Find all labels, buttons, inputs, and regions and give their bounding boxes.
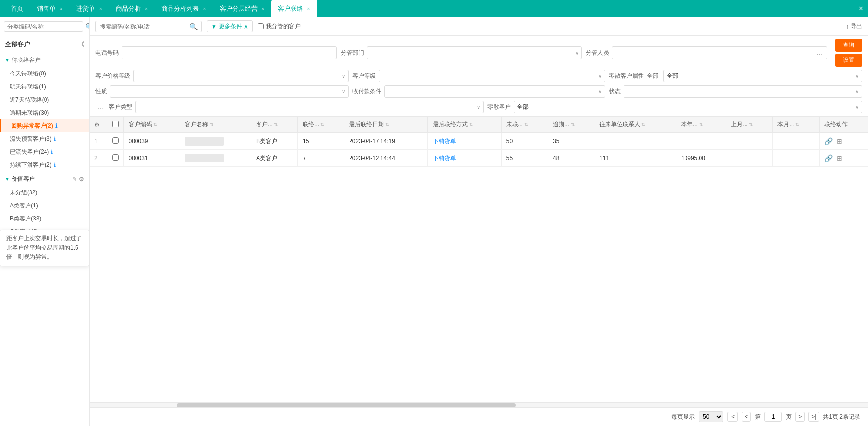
- sidebar-lost-pre[interactable]: 流失预警客户(3) ℹ: [0, 132, 89, 146]
- person-dots-icon[interactable]: ...: [814, 49, 824, 57]
- close-all-tabs-button[interactable]: ×: [859, 4, 863, 13]
- action-grid-icon[interactable]: ⊞: [837, 137, 842, 145]
- nav-analysis-list[interactable]: 商品分析列表 ×: [154, 0, 213, 17]
- price-level-select[interactable]: ∨: [133, 70, 349, 82]
- close-analysis-list-icon[interactable]: ×: [203, 0, 206, 17]
- main-search-icon[interactable]: 🔍: [189, 23, 198, 30]
- repurchase-tooltip: 距客户上次交易时长，超过了此客户的平均交易周期的1.5倍，则视为异常。: [0, 230, 89, 266]
- toolbar: 🔍 ▼ 更多条件 ∧ 我分管的客户 ↑ 导出: [90, 17, 868, 36]
- col-contact: 联络...⇅: [298, 117, 344, 133]
- nav-customer-contact[interactable]: 客户联络 ×: [271, 0, 317, 17]
- horizontal-scrollbar[interactable]: [90, 402, 868, 407]
- filter-gender: 性质 ∨: [95, 85, 349, 98]
- nav-home[interactable]: 首页: [4, 0, 30, 17]
- scrollbar-thumb[interactable]: [177, 403, 516, 407]
- payment-select[interactable]: ∨: [384, 85, 606, 98]
- total-records: 共1页 2条记录: [823, 413, 860, 421]
- sidebar-search-icon[interactable]: 🔍: [85, 23, 90, 30]
- all-customers-header[interactable]: 全部客户 《: [0, 36, 89, 53]
- sidebar-lost[interactable]: 已流失客户(24) ℹ: [0, 146, 89, 159]
- close-sales-icon[interactable]: ×: [60, 0, 62, 17]
- sidebar-search-input[interactable]: [4, 21, 83, 32]
- last-date-sort-icon[interactable]: ⇅: [385, 122, 389, 127]
- close-customer-contact-icon[interactable]: ×: [307, 0, 310, 17]
- phone-input[interactable]: [122, 46, 337, 59]
- action-buttons: 查询 设置: [835, 39, 862, 67]
- query-button[interactable]: 查询: [835, 39, 862, 52]
- department-select[interactable]: ∨: [367, 46, 582, 59]
- next-page-button[interactable]: >: [795, 412, 805, 422]
- sidebar-overdue-contact[interactable]: 逾期未联络(30): [0, 106, 89, 119]
- nav-sales[interactable]: 销售单 ×: [30, 0, 69, 17]
- customer-level-select[interactable]: ∨: [379, 70, 606, 82]
- close-customer-tier-icon[interactable]: ×: [261, 0, 264, 17]
- overdue-sort-icon[interactable]: ⇅: [571, 122, 575, 127]
- sidebar-7days[interactable]: 近7天待联络(0): [0, 93, 89, 106]
- code-sort-icon[interactable]: ⇅: [153, 122, 157, 127]
- action-link-icon[interactable]: 🔗: [824, 154, 833, 162]
- person-select[interactable]: ...: [612, 46, 827, 59]
- nav-customer-tier[interactable]: 客户分层经营 ×: [213, 0, 271, 17]
- select-all-checkbox[interactable]: [112, 121, 119, 127]
- row-overdue: 48: [548, 150, 594, 167]
- my-customers-checkbox-area[interactable]: 我分管的客户: [258, 22, 301, 30]
- sidebar-repurchase-abnormal[interactable]: 回购异常客户(2) ℹ: [0, 119, 89, 132]
- nav-purchase[interactable]: 进货单 ×: [69, 0, 108, 17]
- retail-attr-select[interactable]: 全部 ∨: [663, 70, 862, 82]
- pending-group[interactable]: ▼ 待联络客户: [0, 53, 89, 67]
- col-customer-type: 客户...⇅: [251, 117, 297, 133]
- col-unit-contact: 往来单位联系人⇅: [594, 117, 676, 133]
- unpaid-sort-icon[interactable]: ⇅: [524, 122, 528, 127]
- sidebar-declining[interactable]: 持续下滑客户(2) ℹ: [0, 159, 89, 172]
- name-sort-icon[interactable]: ⇅: [210, 122, 213, 127]
- pending-label: 待联络客户: [12, 56, 41, 64]
- table-header-row: ⚙ 客户编码⇅ 客户名称⇅ 客户...⇅: [90, 117, 868, 133]
- main-search-box[interactable]: 🔍: [95, 21, 202, 32]
- left-sidebar: 🔍 全部客户 《 ▼ 待联络客户 今天待联络(0) 明天待联络(1) 近7天待联…: [0, 17, 90, 426]
- close-purchase-icon[interactable]: ×: [99, 0, 102, 17]
- last-page-button[interactable]: >|: [808, 412, 819, 422]
- value-customers-edit-icon[interactable]: ✎: [72, 176, 77, 183]
- type-sort-icon[interactable]: ⇅: [274, 122, 278, 127]
- customers-table: ⚙ 客户编码⇅ 客户名称⇅ 客户...⇅: [90, 117, 868, 167]
- action-link-icon[interactable]: 🔗: [824, 137, 833, 145]
- unit-sort-icon[interactable]: ⇅: [641, 122, 645, 127]
- sidebar-b-class[interactable]: B类客户(33): [0, 212, 89, 225]
- expand-filters-button[interactable]: ...: [95, 103, 105, 111]
- close-analysis-icon[interactable]: ×: [145, 0, 148, 17]
- export-button[interactable]: ↑ 导出: [846, 22, 862, 30]
- row-this-month: [773, 133, 819, 150]
- retail-customer-select[interactable]: 全部 ∨: [514, 101, 862, 113]
- page-number-input[interactable]: [764, 412, 782, 422]
- nav-analysis[interactable]: 商品分析 ×: [109, 0, 154, 17]
- contact-sort-icon[interactable]: ⇅: [320, 122, 324, 127]
- value-customers-group[interactable]: ▼ 价值客户 ✎ ⚙: [0, 172, 89, 186]
- status-select[interactable]: ∨: [624, 85, 862, 98]
- more-conditions-button[interactable]: ▼ 更多条件 ∧: [207, 20, 253, 32]
- set-button[interactable]: 设置: [835, 54, 862, 67]
- prev-page-button[interactable]: <: [742, 412, 751, 422]
- sidebar-today[interactable]: 今天待联络(0): [0, 67, 89, 80]
- row-checkbox[interactable]: [107, 133, 123, 150]
- column-settings-icon[interactable]: ⚙: [94, 121, 100, 128]
- main-search-input[interactable]: [100, 23, 189, 30]
- last-month-sort-icon[interactable]: ⇅: [749, 122, 753, 127]
- row-checkbox[interactable]: [107, 150, 123, 167]
- sidebar-collapse-icon[interactable]: 《: [78, 40, 84, 49]
- filter-customer-type: 客户类型 ∨: [109, 101, 484, 113]
- gender-select[interactable]: ∨: [110, 85, 349, 98]
- customer-type-select[interactable]: ∨: [135, 101, 484, 113]
- sidebar-a-class[interactable]: A类客户(1): [0, 199, 89, 212]
- value-customers-settings-icon[interactable]: ⚙: [79, 176, 84, 183]
- my-customers-checkbox[interactable]: [258, 23, 264, 29]
- first-page-button[interactable]: |<: [727, 412, 738, 422]
- this-year-sort-icon[interactable]: ⇅: [699, 122, 703, 127]
- action-grid-icon[interactable]: ⊞: [837, 154, 842, 162]
- per-page-select[interactable]: 50 20 100: [699, 411, 723, 422]
- value-customers-label: 价值客户: [12, 175, 35, 183]
- this-month-sort-icon[interactable]: ⇅: [795, 122, 799, 127]
- last-way-sort-icon[interactable]: ⇅: [469, 122, 473, 127]
- sidebar-tomorrow[interactable]: 明天待联络(1): [0, 80, 89, 93]
- repurchase-info-icon[interactable]: ℹ: [55, 123, 57, 129]
- sidebar-ungrouped[interactable]: 未分组(32): [0, 186, 89, 199]
